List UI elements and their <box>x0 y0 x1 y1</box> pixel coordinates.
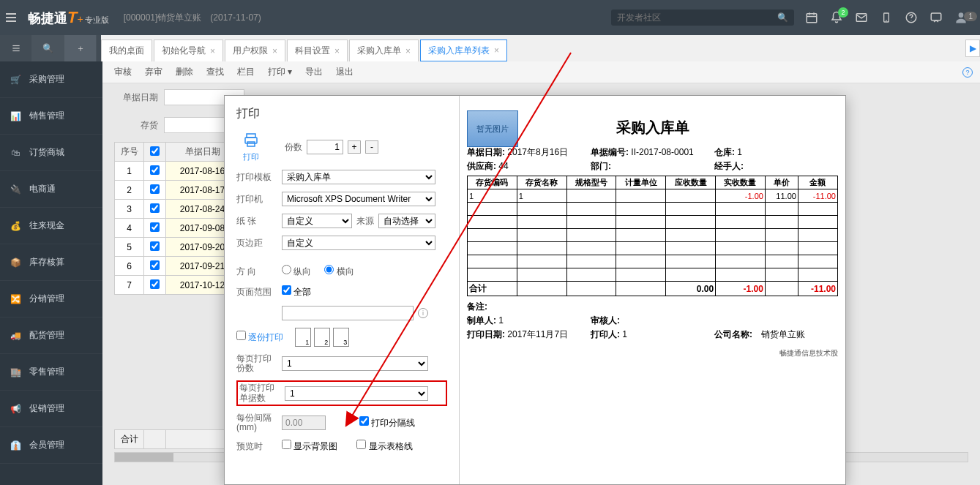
tab-用户权限[interactable]: 用户权限× <box>225 40 285 61</box>
calendar-icon[interactable] <box>804 10 819 25</box>
product-plus: + <box>77 13 83 25</box>
mail-icon[interactable] <box>854 10 869 25</box>
user-icon[interactable]: 1 <box>954 10 968 25</box>
tab-close-icon[interactable]: × <box>405 46 411 56</box>
tab-我的桌面[interactable]: 我的桌面 <box>101 40 152 61</box>
product-letter: T <box>67 8 77 27</box>
context-text: [000001]销货单立账 (2017-11-07) <box>124 12 261 24</box>
tab-close-icon[interactable]: × <box>334 46 340 56</box>
tab-bar: 我的桌面初始化导航×用户权限×科目设置×采购入库单×采购入库单列表×▶ <box>101 35 980 61</box>
app-header: 畅捷通 T + 专业版 [000001]销货单立账 (2017-11-07) 🔍… <box>0 0 980 35</box>
tab-初始化导航[interactable]: 初始化导航× <box>154 40 223 61</box>
search-box[interactable]: 🔍 <box>611 10 794 26</box>
logo: 畅捷通 T + 专业版 <box>28 8 109 27</box>
collapse-icon[interactable] <box>0 35 32 61</box>
svg-point-10 <box>959 12 964 18</box>
notif-badge: 2 <box>838 7 848 18</box>
sub-bar: 🔍 ＋ 我的桌面初始化导航×用户权限×科目设置×采购入库单×采购入库单列表×▶ <box>0 35 980 61</box>
tab-采购入库单[interactable]: 采购入库单× <box>349 40 419 61</box>
search-tab-icon[interactable]: 🔍 <box>32 35 64 61</box>
svg-rect-9 <box>931 13 941 20</box>
feedback-icon[interactable] <box>929 10 943 25</box>
tab-scroll-right[interactable]: ▶ <box>965 40 980 57</box>
tab-close-icon[interactable]: × <box>210 46 215 56</box>
svg-rect-0 <box>807 14 817 23</box>
add-tab-icon[interactable]: ＋ <box>64 35 97 61</box>
tab-采购入库单列表[interactable]: 采购入库单列表× <box>420 40 507 61</box>
menu-icon[interactable] <box>0 0 22 35</box>
tab-close-icon[interactable]: × <box>272 46 277 56</box>
tab-科目设置[interactable]: 科目设置× <box>287 40 348 61</box>
help-icon[interactable] <box>904 10 919 25</box>
search-icon[interactable]: 🔍 <box>777 12 788 23</box>
search-input[interactable] <box>617 12 777 23</box>
bell-icon[interactable]: 2 <box>829 10 844 25</box>
user-count: 1 <box>964 12 977 21</box>
tab-close-icon[interactable]: × <box>494 45 499 56</box>
edition-text: 专业版 <box>85 15 109 26</box>
mobile-icon[interactable] <box>879 10 894 25</box>
brand-text: 畅捷通 <box>28 10 67 27</box>
